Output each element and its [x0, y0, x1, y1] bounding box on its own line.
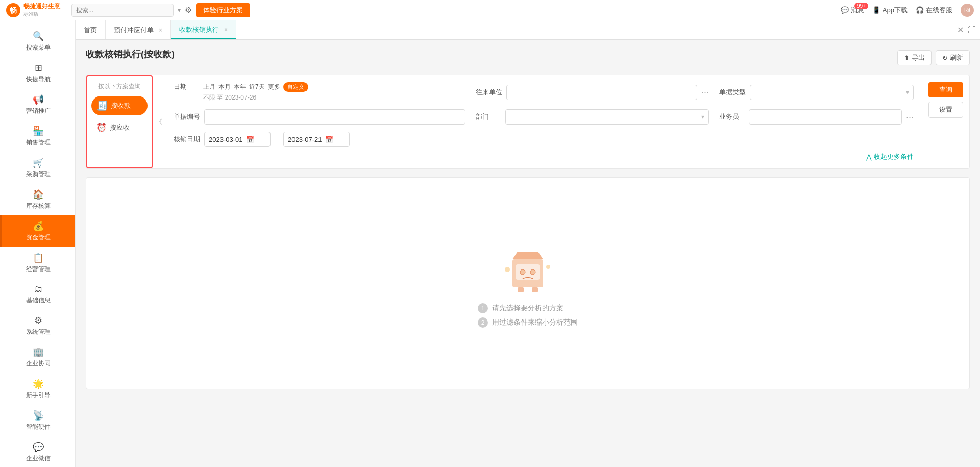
date-custom-badge[interactable]: 自定义 — [283, 82, 308, 92]
marketing-icon: 📢 — [33, 94, 44, 105]
tab-receivable-label: 收款核销执行 — [179, 25, 219, 34]
salesperson-input[interactable] — [749, 109, 902, 125]
svg-text:畅: 畅 — [10, 6, 17, 14]
filter-option-receipt-label: 按收款 — [111, 101, 131, 110]
filter-department-group: 部门 ▾ — [476, 109, 709, 125]
date-last-month[interactable]: 上月 — [203, 83, 215, 91]
tab-receivable-close[interactable]: × — [224, 26, 228, 33]
empty-tips: 1 请先选择要分析的方案 2 用过滤条件来缩小分析范围 — [478, 303, 578, 328]
refresh-btn[interactable]: ↻ 刷新 — [936, 50, 970, 65]
message-icon: 💬 — [841, 6, 849, 14]
query-btn[interactable]: 查询 — [928, 82, 963, 97]
app-download-btn[interactable]: 📱 App下载 — [872, 6, 908, 15]
department-select[interactable]: ▾ — [505, 109, 709, 125]
online-service-btn[interactable]: 🎧 在线客服 — [916, 6, 952, 15]
brand: 畅 畅捷通好生意 标准版 — [6, 2, 67, 18]
avatar: Rit — [961, 4, 974, 17]
tab-receivable[interactable]: 收款核销执行 × — [171, 20, 236, 39]
online-service-label: 在线客服 — [926, 6, 952, 15]
filter-row-2: 单据编号 部门 ▾ 业务员 ··· — [174, 109, 914, 125]
sidebar-item-operation[interactable]: 📋 经营管理 — [0, 247, 75, 279]
empty-state: 1 请先选择要分析的方案 2 用过滤条件来缩小分析范围 — [86, 208, 969, 358]
filter-area: 按以下方案查询 🧾 按收款 ⏰ 按应收 《 — [86, 75, 970, 169]
date-this-month[interactable]: 本月 — [218, 83, 231, 91]
sidebar-item-purchase[interactable]: 🛒 采购管理 — [0, 152, 75, 184]
sidebar-item-system[interactable]: ⚙ 系统管理 — [0, 310, 75, 341]
empty-state-panel: 1 请先选择要分析的方案 2 用过滤条件来缩小分析范围 — [86, 177, 970, 389]
inventory-icon: 🏠 — [33, 189, 44, 200]
empty-tip-2-text: 用过滤条件来缩小分析范围 — [492, 318, 578, 327]
finance-icon: 💰 — [33, 220, 44, 232]
svg-point-6 — [530, 269, 535, 275]
sidebar: 🔍 搜索菜单 ⊞ 快捷导航 📢 营销推广 🏪 销售管理 🛒 采购管理 🏠 — [0, 20, 76, 467]
sidebar-item-finance[interactable]: 💰 资金管理 — [0, 215, 75, 247]
salesperson-picker-icon[interactable]: ··· — [906, 112, 914, 122]
solution-btn[interactable]: 体验行业方案 — [196, 3, 250, 17]
counterparty-label: 往来单位 — [476, 88, 502, 97]
collapse-more-btn[interactable]: ⋀ 收起更多条件 — [866, 152, 914, 161]
date-7days[interactable]: 近7天 — [249, 83, 265, 91]
salesperson-label: 业务员 — [719, 112, 745, 121]
top-search-input[interactable] — [71, 4, 174, 17]
message-btn[interactable]: 💬 消息 99+ — [841, 6, 864, 15]
verify-date-end-input[interactable]: 2023-07-21 📅 — [283, 132, 350, 147]
sidebar-item-sales[interactable]: 🏪 销售管理 — [0, 120, 75, 152]
top-bar: 畅 畅捷通好生意 标准版 ▾ ⚙ 体验行业方案 💬 消息 99+ 📱 App下载… — [0, 0, 980, 20]
order-num-input[interactable] — [204, 109, 465, 125]
sidebar-label-operation: 经营管理 — [26, 265, 51, 274]
sidebar-item-corp[interactable]: 🏢 企业协同 — [0, 341, 75, 373]
tab-bar-right: ✕ ⛶ — [957, 25, 980, 35]
sidebar-label-search: 搜索菜单 — [26, 43, 51, 52]
tab-prepay-close[interactable]: × — [159, 27, 162, 34]
receipt-icon: 🧾 — [96, 100, 108, 111]
counterparty-input[interactable] — [506, 85, 697, 100]
tab-expand-icon[interactable]: ⛶ — [968, 26, 976, 35]
filter-order-num-group: 单据编号 — [174, 109, 465, 125]
filter-option-by-receipt[interactable]: 🧾 按收款 — [91, 96, 148, 115]
date-more[interactable]: 更多 — [268, 83, 280, 91]
sidebar-item-quick-nav[interactable]: ⊞ 快捷导航 — [0, 57, 75, 89]
export-icon: ⬆ — [904, 54, 910, 62]
sidebar-item-inventory[interactable]: 🏠 库存核算 — [0, 184, 75, 215]
collapse-label: 收起更多条件 — [874, 152, 914, 161]
order-type-label: 单据类型 — [719, 88, 746, 97]
sidebar-item-hardware[interactable]: 📡 智能硬件 — [0, 405, 75, 436]
date-this-year[interactable]: 本年 — [234, 83, 246, 91]
sidebar-item-search-menu[interactable]: 🔍 搜索菜单 — [0, 26, 75, 57]
tab-home[interactable]: 首页 — [76, 20, 106, 39]
sidebar-item-basic-info[interactable]: 🗂 基础信息 — [0, 279, 75, 310]
filter-option-by-receivable[interactable]: ⏰ 按应收 — [91, 118, 148, 136]
user-avatar-btn[interactable]: Rit — [961, 4, 974, 17]
sidebar-label-sales: 销售管理 — [26, 138, 51, 147]
filter-row-1: 日期 上月 本月 本年 近7天 更多 自定义 不限 至 — [174, 82, 914, 102]
verify-date-start-input[interactable]: 2023-03-01 📅 — [204, 132, 271, 147]
sidebar-label-weixin: 企业微信 — [26, 454, 51, 463]
date-links: 上月 本月 本年 近7天 更多 自定义 — [203, 82, 308, 92]
date-range-separator: — — [274, 136, 280, 143]
grid-icon: ⊞ — [35, 62, 42, 73]
download-icon: 📱 — [872, 6, 880, 14]
operation-icon: 📋 — [33, 252, 44, 263]
settings-gear-icon[interactable]: ⚙ — [185, 5, 192, 15]
tab-close-all-icon[interactable]: ✕ — [957, 25, 964, 35]
sidebar-item-weixin[interactable]: 💬 企业微信 — [0, 436, 75, 467]
export-btn[interactable]: ⬆ 导出 — [897, 50, 932, 65]
order-type-select[interactable]: ▾ — [750, 85, 914, 100]
main-layout: 🔍 搜索菜单 ⊞ 快捷导航 📢 营销推广 🏪 销售管理 🛒 采购管理 🏠 — [0, 20, 980, 467]
setting-btn[interactable]: 设置 — [928, 102, 963, 118]
counterparty-picker-icon[interactable]: ··· — [701, 87, 709, 97]
guide-icon: 🌟 — [33, 378, 44, 389]
message-badge: 99+ — [854, 3, 868, 9]
filter-collapse-arrow[interactable]: 《 — [153, 75, 165, 168]
svg-point-5 — [520, 269, 525, 275]
sidebar-item-marketing[interactable]: 📢 营销推广 — [0, 89, 75, 120]
filter-row-3: 核销日期 2023-03-01 📅 — 2023-07-21 📅 — [174, 132, 914, 147]
tab-bar: 首页 预付冲应付单 × 收款核销执行 × ✕ ⛶ — [76, 20, 980, 40]
department-label: 部门 — [476, 112, 501, 121]
sidebar-item-guide[interactable]: 🌟 新手引导 — [0, 373, 75, 405]
sidebar-label-finance: 资金管理 — [26, 233, 51, 242]
sidebar-label-inventory: 库存核算 — [26, 202, 51, 210]
tab-prepay[interactable]: 预付冲应付单 × — [106, 20, 171, 39]
export-label: 导出 — [912, 53, 925, 62]
empty-tip-1: 1 请先选择要分析的方案 — [478, 303, 578, 313]
